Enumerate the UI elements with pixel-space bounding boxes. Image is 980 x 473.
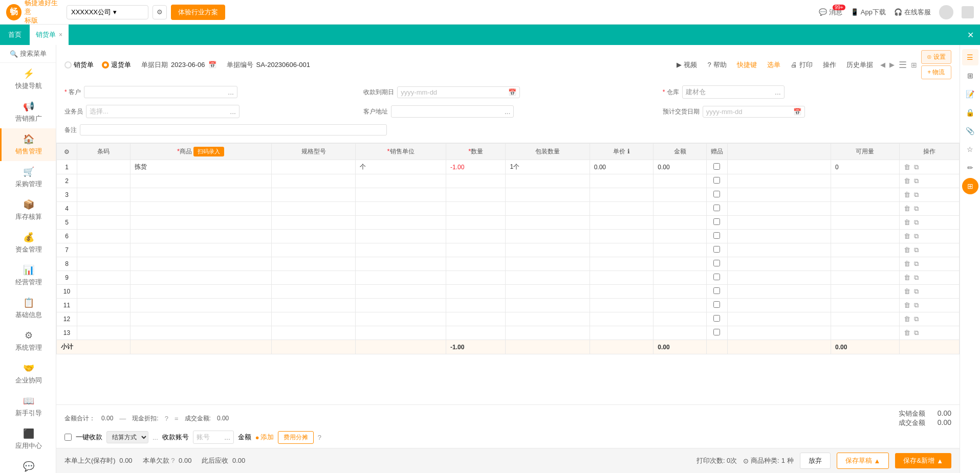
delete-icon[interactable]: 🗑 — [904, 218, 910, 226]
cell-gift[interactable] — [706, 257, 727, 271]
search-menu-button[interactable]: 🔍 搜索菜单 — [0, 45, 56, 63]
cell-spec[interactable] — [271, 285, 355, 299]
tab-home[interactable]: 首页 — [0, 25, 30, 45]
copy-icon[interactable]: ⧉ — [914, 205, 919, 212]
cell-barcode[interactable] — [77, 230, 130, 243]
right-panel-table-view[interactable]: ☰ — [962, 49, 978, 65]
cell-unit[interactable] — [356, 216, 446, 230]
sidebar-item-sales[interactable]: 🏠 销售管理 — [0, 128, 56, 161]
sidebar-item-finance[interactable]: 💰 资金管理 — [0, 227, 56, 259]
sidebar-item-wechat[interactable]: 💬 企业微信 — [0, 456, 56, 473]
cell-quantity[interactable] — [446, 257, 506, 271]
cell-amount[interactable] — [654, 326, 707, 340]
help-btn[interactable]: ? 帮助 — [704, 59, 729, 71]
right-panel-orange-action[interactable]: ⊞ — [962, 178, 978, 194]
cell-unit[interactable] — [356, 326, 446, 340]
delete-icon[interactable]: 🗑 — [904, 232, 910, 240]
cell-gift[interactable] — [706, 326, 727, 340]
nav-next-icon[interactable]: ▶ — [889, 61, 895, 69]
copy-icon[interactable]: ⧉ — [914, 329, 919, 336]
cell-price[interactable] — [590, 326, 654, 340]
sidebar-item-appstore[interactable]: ⬛ 应用中心 — [0, 423, 56, 456]
cell-gift[interactable] — [706, 271, 727, 285]
cell-product[interactable] — [130, 243, 271, 257]
settlement-method-select[interactable]: 结算方式 — [106, 431, 148, 443]
cell-unit[interactable] — [356, 312, 446, 326]
cell-pack-qty[interactable] — [506, 216, 590, 230]
cell-quantity[interactable] — [446, 312, 506, 326]
grid-view-icon[interactable]: ⊞ — [911, 61, 917, 69]
remark-input[interactable] — [80, 124, 387, 136]
scan-button[interactable]: 扫码录入 — [193, 147, 224, 156]
cell-unit[interactable] — [356, 257, 446, 271]
account-input[interactable]: 账号 ... — [193, 431, 234, 444]
discount-help-icon[interactable]: ? — [165, 415, 168, 422]
cell-product[interactable] — [130, 285, 271, 299]
delete-icon[interactable]: 🗑 — [904, 163, 910, 171]
cell-barcode[interactable] — [77, 174, 130, 188]
cell-amount[interactable] — [654, 312, 707, 326]
help-icon-owed[interactable]: ? — [171, 457, 175, 464]
delete-icon[interactable]: 🗑 — [904, 246, 910, 254]
cell-spec[interactable] — [271, 160, 355, 174]
order-no-value[interactable]: SA-20230606-001 — [256, 61, 311, 69]
close-window-icon[interactable]: ✕ — [967, 31, 974, 39]
cell-spec[interactable] — [271, 271, 355, 285]
cell-product[interactable] — [130, 257, 271, 271]
cell-price[interactable] — [590, 216, 654, 230]
cell-unit[interactable] — [356, 230, 446, 243]
cell-pack-qty[interactable] — [506, 285, 590, 299]
cell-barcode[interactable] — [77, 312, 130, 326]
cell-amount[interactable] — [654, 299, 707, 312]
copy-icon[interactable]: ⧉ — [914, 246, 919, 254]
cell-quantity[interactable] — [446, 216, 506, 230]
customer-addr-input[interactable]: ... — [391, 105, 514, 118]
cell-product[interactable] — [130, 188, 271, 202]
warehouse-input[interactable]: 建材仓 ... — [682, 85, 785, 99]
online-service-button[interactable]: 🎧 在线客服 — [894, 8, 931, 17]
cell-spec[interactable] — [271, 243, 355, 257]
cell-quantity[interactable] — [446, 174, 506, 188]
cell-quantity[interactable] — [446, 188, 506, 202]
delete-icon[interactable]: 🗑 — [904, 260, 910, 267]
settings-button[interactable]: ⚙ — [153, 5, 167, 19]
cell-product[interactable] — [130, 271, 271, 285]
video-btn[interactable]: ▶ 视频 — [673, 59, 700, 71]
copy-icon[interactable]: ⧉ — [914, 177, 919, 185]
cell-price[interactable] — [590, 285, 654, 299]
nav-prev-icon[interactable]: ◀ — [880, 61, 885, 69]
cell-amount[interactable] — [654, 271, 707, 285]
cell-price[interactable] — [590, 174, 654, 188]
sidebar-item-inventory[interactable]: 📦 库存核算 — [0, 194, 56, 227]
radio-sales-order[interactable]: 销货单 — [64, 60, 94, 70]
cell-quantity[interactable] — [446, 230, 506, 243]
copy-icon[interactable]: ⧉ — [914, 232, 919, 240]
right-panel-attachment[interactable]: 📎 — [962, 123, 978, 139]
cell-price[interactable] — [590, 188, 654, 202]
cell-barcode[interactable] — [77, 216, 130, 230]
copy-icon[interactable]: ⧉ — [914, 315, 919, 323]
cell-product[interactable] — [130, 230, 271, 243]
cell-price[interactable] — [590, 312, 654, 326]
cell-unit[interactable] — [356, 285, 446, 299]
cell-spec[interactable] — [271, 299, 355, 312]
user-menu-btn[interactable] — [962, 6, 974, 18]
cell-amount[interactable] — [654, 257, 707, 271]
cell-pack-qty[interactable] — [506, 257, 590, 271]
cell-gift[interactable] — [706, 230, 727, 243]
shortcut-btn[interactable]: 快捷键 — [734, 59, 760, 71]
cell-pack-qty[interactable] — [506, 230, 590, 243]
app-download-button[interactable]: 📱 App下载 — [851, 8, 886, 17]
cell-unit[interactable] — [356, 271, 446, 285]
cell-gift[interactable] — [706, 188, 727, 202]
user-avatar[interactable] — [939, 5, 953, 19]
cell-gift[interactable] — [706, 202, 727, 216]
expense-btn[interactable]: 费用分摊 — [278, 431, 314, 444]
one-click-pay-checkbox[interactable] — [64, 434, 72, 441]
cell-amount[interactable] — [654, 202, 707, 216]
cell-barcode[interactable] — [77, 202, 130, 216]
calendar-icon[interactable]: 📅 — [208, 61, 216, 69]
cell-spec[interactable] — [271, 230, 355, 243]
cell-barcode[interactable] — [77, 160, 130, 174]
logistics-btn[interactable]: + 物流 — [921, 65, 951, 79]
